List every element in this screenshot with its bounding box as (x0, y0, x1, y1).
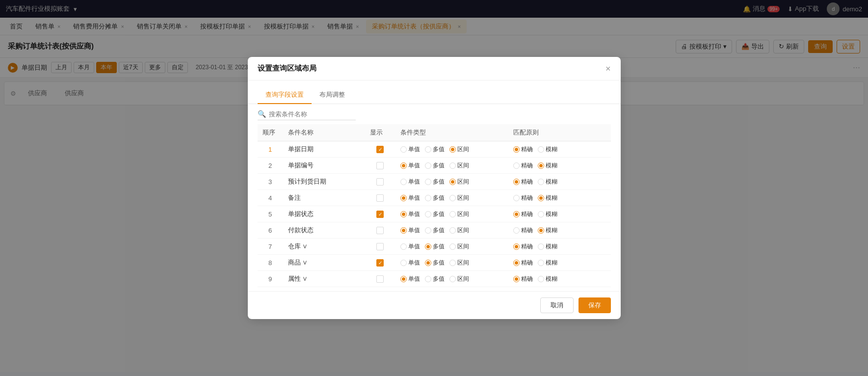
save-button[interactable]: 保存 (579, 297, 611, 313)
type-radio-item[interactable]: 单值 (400, 161, 420, 170)
display-cell[interactable] (365, 271, 396, 287)
type-radio-item[interactable]: 多值 (425, 194, 445, 202)
seq-number: 7 (268, 243, 272, 250)
type-radio-item[interactable]: 单值 (400, 178, 420, 186)
type-cell: 单值多值区间 (395, 174, 508, 190)
match-radio-item[interactable]: 模糊 (538, 242, 557, 251)
match-radio-item[interactable]: 模糊 (538, 161, 557, 170)
name-cell: 属性 ∨ (283, 271, 365, 287)
radio-label: 模糊 (546, 242, 557, 251)
table-row: 8商品 ∨✓单值多值区间精确模糊 (258, 255, 611, 271)
match-radio-item[interactable]: 模糊 (538, 210, 557, 218)
type-radio-item[interactable]: 区间 (449, 161, 469, 170)
type-radio-item[interactable]: 多值 (425, 242, 445, 251)
type-radio-item[interactable]: 多值 (425, 178, 445, 186)
type-radio-item[interactable]: 单值 (400, 259, 420, 267)
type-radio-item[interactable]: 多值 (425, 275, 445, 283)
radio-circle (425, 195, 431, 201)
display-cell[interactable]: ✓ (365, 206, 396, 222)
match-radio-item[interactable]: 精确 (513, 145, 533, 154)
match-radio-item[interactable]: 精确 (513, 210, 533, 218)
display-cell[interactable]: ✓ (365, 255, 396, 271)
radio-label: 区间 (457, 259, 469, 267)
radio-circle (449, 260, 456, 266)
modal-footer: 取消 保存 (248, 291, 621, 319)
radio-label: 区间 (457, 178, 469, 186)
radio-label: 精确 (521, 242, 533, 251)
display-checkbox[interactable] (376, 243, 384, 250)
radio-circle (425, 227, 431, 234)
type-radio-item[interactable]: 区间 (449, 275, 469, 283)
type-radio-item[interactable]: 多值 (425, 210, 445, 218)
radio-circle (513, 162, 520, 169)
radio-label: 单值 (408, 226, 420, 235)
name-cell: 预计到货日期 (283, 174, 365, 190)
seq-number: 2 (268, 162, 272, 169)
radio-label: 区间 (457, 275, 469, 283)
modal-tab-query-fields[interactable]: 查询字段设置 (258, 86, 312, 104)
type-radio-item[interactable]: 区间 (449, 178, 469, 186)
cancel-button[interactable]: 取消 (540, 297, 574, 313)
radio-circle (538, 146, 544, 153)
type-radio-item[interactable]: 区间 (449, 210, 469, 218)
type-radio-item[interactable]: 区间 (449, 226, 469, 235)
display-checkbox[interactable]: ✓ (376, 146, 384, 153)
modal-close-button[interactable]: × (605, 64, 611, 73)
type-radio-item[interactable]: 区间 (449, 242, 469, 251)
type-radio-item[interactable]: 多值 (425, 226, 445, 235)
table-row: 6付款状态单值多值区间精确模糊 (258, 222, 611, 239)
display-cell[interactable] (365, 222, 396, 239)
display-checkbox[interactable] (376, 178, 384, 186)
table-row: 9属性 ∨单值多值区间精确模糊 (258, 271, 611, 287)
radio-circle (513, 260, 520, 266)
search-input[interactable] (269, 110, 347, 118)
radio-label: 区间 (457, 161, 469, 170)
type-radio-item[interactable]: 单值 (400, 210, 420, 218)
match-radio-item[interactable]: 精确 (513, 242, 533, 251)
type-radio-item[interactable]: 单值 (400, 145, 420, 154)
display-checkbox[interactable] (376, 275, 384, 283)
display-cell[interactable] (365, 287, 396, 292)
radio-circle (513, 195, 520, 201)
type-radio-item[interactable]: 区间 (449, 259, 469, 267)
type-radio-item[interactable]: 单值 (400, 242, 420, 251)
match-radio-item[interactable]: 模糊 (538, 275, 557, 283)
match-radio-item[interactable]: 精确 (513, 178, 533, 186)
display-checkbox[interactable]: ✓ (376, 211, 384, 218)
seq-cell: 10 (258, 287, 283, 292)
type-radio-item[interactable]: 单值 (400, 226, 420, 235)
display-checkbox[interactable] (376, 162, 384, 169)
modal-tab-layout[interactable]: 布局调整 (312, 86, 353, 104)
type-radio-item[interactable]: 多值 (425, 259, 445, 267)
type-radio-item[interactable]: 单值 (400, 275, 420, 283)
match-radio-item[interactable]: 模糊 (538, 226, 557, 235)
display-cell[interactable] (365, 190, 396, 206)
display-cell[interactable]: ✓ (365, 141, 396, 158)
seq-cell: 4 (258, 190, 283, 206)
match-radio-item[interactable]: 模糊 (538, 259, 557, 267)
match-radio-item[interactable]: 模糊 (538, 194, 557, 202)
display-checkbox[interactable] (376, 227, 384, 234)
match-radio-item[interactable]: 模糊 (538, 145, 557, 154)
type-radio-item[interactable]: 多值 (425, 145, 445, 154)
match-radio-item[interactable]: 精确 (513, 275, 533, 283)
display-cell[interactable] (365, 239, 396, 255)
match-radio-item[interactable]: 精确 (513, 226, 533, 235)
match-cell: 精确模糊 (508, 255, 611, 271)
match-radio-item[interactable]: 模糊 (538, 178, 557, 186)
table-row: 4备注单值多值区间精确模糊 (258, 190, 611, 206)
type-radio-item[interactable]: 多值 (425, 161, 445, 170)
display-checkbox[interactable] (376, 194, 384, 202)
name-cell: 单据状态 (283, 206, 365, 222)
radio-circle (425, 276, 431, 282)
type-radio-item[interactable]: 区间 (449, 145, 469, 154)
match-radio-item[interactable]: 精确 (513, 194, 533, 202)
match-radio-item[interactable]: 精确 (513, 161, 533, 170)
type-radio-item[interactable]: 区间 (449, 194, 469, 202)
match-radio-item[interactable]: 精确 (513, 259, 533, 267)
type-radio-item[interactable]: 单值 (400, 194, 420, 202)
modal-header: 设置查询区域布局 × (248, 57, 621, 81)
display-checkbox[interactable]: ✓ (376, 259, 384, 267)
display-cell[interactable] (365, 158, 396, 174)
display-cell[interactable] (365, 174, 396, 190)
